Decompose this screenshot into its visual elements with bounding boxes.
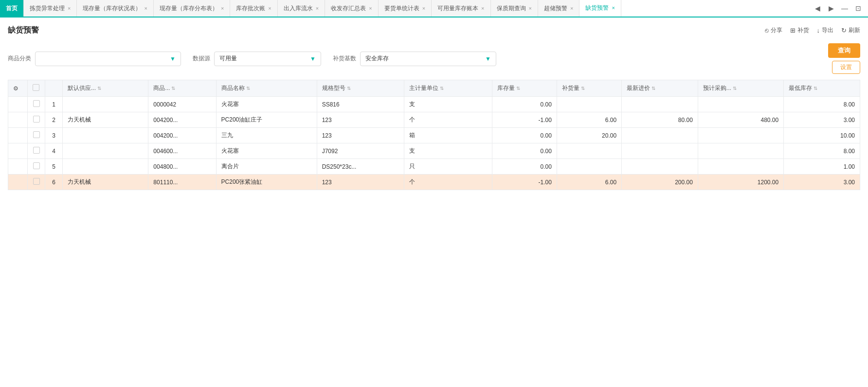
- th-unit-sort[interactable]: 主计量单位 ⇅: [409, 84, 444, 92]
- header-checkbox[interactable]: [33, 84, 39, 91]
- tab-inout-flow[interactable]: 出入库流水×: [278, 0, 325, 17]
- th-unit[interactable]: 主计量单位 ⇅: [404, 80, 492, 97]
- row-stock-2: 0.00: [492, 128, 557, 143]
- th-supplier[interactable]: 默认供应... ⇅: [63, 80, 148, 97]
- data-table: ⚙ 默认供应... ⇅ 商品... ⇅: [8, 80, 860, 190]
- tab-order-stat[interactable]: 要货单统计表×: [379, 0, 432, 17]
- replenish-basis-select[interactable]: 安全库存 ▼: [360, 52, 496, 66]
- tab-overstock[interactable]: 超储预警×: [538, 0, 579, 17]
- refresh-action[interactable]: ↻ 刷新: [841, 26, 860, 35]
- tab-batch-account[interactable]: 库存批次账×: [230, 0, 277, 17]
- row-unit-5: 个: [404, 175, 492, 190]
- th-replenish-sort-icon: ⇅: [581, 86, 585, 91]
- row-check-1: [28, 112, 45, 128]
- th-replenish[interactable]: 补货量 ⇅: [557, 80, 621, 97]
- tab-stock-status[interactable]: 现存量（库存状况表）×: [77, 0, 153, 17]
- th-est-purchase[interactable]: 预计采购... ⇅: [698, 80, 783, 97]
- th-sku[interactable]: 商品... ⇅: [148, 80, 216, 97]
- row-checkbox-1[interactable]: [33, 116, 40, 123]
- th-sku-sort[interactable]: 商品... ⇅: [153, 84, 175, 92]
- th-min-stock-sort[interactable]: 最低库存 ⇅: [789, 84, 817, 92]
- row-supplier-5: 力天机械: [63, 175, 148, 190]
- th-unit-label: 主计量单位: [409, 84, 438, 92]
- tab-close-avail-account[interactable]: ×: [481, 5, 484, 11]
- share-action[interactable]: ⎋ 分享: [765, 26, 782, 35]
- category-select[interactable]: ▼: [35, 52, 181, 66]
- th-supplier-sort[interactable]: 默认供应... ⇅: [68, 84, 101, 92]
- refresh-icon: ↻: [841, 27, 847, 34]
- row-check-2: [28, 128, 45, 143]
- tab-close-stock-dist[interactable]: ×: [221, 5, 224, 11]
- th-stock-sort[interactable]: 库存量 ⇅: [497, 84, 520, 92]
- row-checkbox-3[interactable]: [33, 147, 40, 154]
- th-replenish-label: 补货量: [562, 84, 579, 92]
- tab-label-exception: 拣货异常处理: [30, 4, 65, 13]
- row-gear-1: [8, 112, 28, 128]
- row-replenish-3: [557, 143, 621, 159]
- tab-scroll-right[interactable]: ▶: [825, 2, 837, 14]
- row-sku-4: 004800...: [148, 159, 216, 175]
- th-spec-sort[interactable]: 规格型号 ⇅: [322, 84, 351, 92]
- th-est-purchase-sort[interactable]: 预计采购... ⇅: [703, 84, 737, 92]
- tab-close-shortage[interactable]: ×: [612, 5, 615, 11]
- row-sku-3: 004600...: [148, 143, 216, 159]
- row-check-0: [28, 97, 45, 112]
- replenish-basis-label: 补货基数: [333, 54, 356, 63]
- row-name-5: PC200张紧油缸: [216, 175, 317, 190]
- tab-close-inout-flow[interactable]: ×: [316, 5, 319, 11]
- query-button[interactable]: 查询: [828, 43, 860, 58]
- th-spec-label: 规格型号: [322, 84, 345, 92]
- th-name-label: 商品名称: [221, 84, 245, 92]
- tab-stock-dist[interactable]: 现存量（库存分布表）×: [154, 0, 230, 17]
- tab-close-overstock[interactable]: ×: [570, 5, 573, 11]
- th-spec[interactable]: 规格型号 ⇅: [317, 80, 404, 97]
- tab-scroll-left[interactable]: ◀: [812, 2, 823, 14]
- settings-button[interactable]: 设置: [832, 61, 860, 74]
- tab-recv-summary[interactable]: 收发存汇总表×: [325, 0, 378, 17]
- th-gear[interactable]: ⚙: [8, 80, 28, 97]
- tab-close-exception[interactable]: ×: [68, 5, 71, 11]
- row-checkbox-4[interactable]: [33, 162, 40, 169]
- tab-close-expiry-query[interactable]: ×: [529, 5, 532, 11]
- row-gear-0: [8, 97, 28, 112]
- row-checkbox-2[interactable]: [33, 131, 40, 138]
- table-row: 3 004200... 三九 123 箱 0.00 20.00 10.00: [8, 128, 860, 143]
- th-latest-price-sort[interactable]: 最新进价 ⇅: [627, 84, 655, 92]
- row-checkbox-0[interactable]: [33, 100, 40, 107]
- tab-close-batch-account[interactable]: ×: [268, 5, 271, 11]
- tab-close-order-stat[interactable]: ×: [422, 5, 425, 11]
- th-min-stock-sort-icon: ⇅: [814, 86, 817, 91]
- row-name-2: 三九: [216, 128, 317, 143]
- tab-expiry-query[interactable]: 保质期查询×: [491, 0, 538, 17]
- th-stock[interactable]: 库存量 ⇅: [492, 80, 557, 97]
- tab-close-stock-status[interactable]: ×: [144, 5, 147, 11]
- row-gear-5: [8, 175, 28, 190]
- minimize-button[interactable]: —: [839, 2, 850, 14]
- tab-label-overstock: 超储预警: [544, 4, 567, 13]
- row-replenish-1: 6.00: [557, 112, 621, 128]
- tab-exception[interactable]: 拣货异常处理×: [24, 0, 77, 17]
- replenish-action[interactable]: ⊞ 补货: [790, 26, 809, 35]
- row-est-purchase-5: 1200.00: [698, 175, 783, 190]
- datasource-select[interactable]: 可用量 ▼: [214, 52, 321, 66]
- th-latest-price[interactable]: 最新进价 ⇅: [622, 80, 698, 97]
- tab-shortage[interactable]: 缺货预警×: [579, 0, 621, 17]
- th-name-sort[interactable]: 商品名称 ⇅: [221, 84, 250, 92]
- th-name[interactable]: 商品名称 ⇅: [216, 80, 317, 97]
- maximize-button[interactable]: ⊡: [852, 2, 864, 14]
- tab-close-recv-summary[interactable]: ×: [369, 5, 372, 11]
- th-min-stock[interactable]: 最低库存 ⇅: [784, 80, 860, 97]
- filter-right-actions: 查询 设置: [828, 43, 860, 74]
- row-unit-1: 个: [404, 112, 492, 128]
- row-checkbox-5[interactable]: [33, 178, 40, 185]
- row-latest-price-4: [622, 159, 698, 175]
- th-replenish-sort[interactable]: 补货量 ⇅: [562, 84, 585, 92]
- export-action[interactable]: ↓ 导出: [817, 26, 834, 35]
- row-latest-price-1: 80.00: [622, 112, 698, 128]
- export-icon: ↓: [817, 27, 820, 34]
- tab-label-batch-account: 库存批次账: [236, 4, 265, 13]
- row-check-4: [28, 159, 45, 175]
- tab-avail-account[interactable]: 可用量库存账本×: [432, 0, 490, 17]
- tab-home[interactable]: 首页: [0, 0, 24, 17]
- export-label: 导出: [822, 26, 833, 35]
